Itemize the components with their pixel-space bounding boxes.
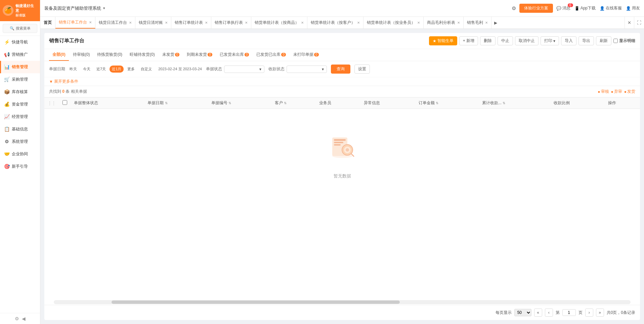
page-label: 第 [556, 310, 560, 316]
tab-close-sales-exec[interactable]: ✕ [245, 21, 248, 25]
export-button[interactable]: 导出 [578, 36, 594, 45]
base-info-icon: 📋 [4, 126, 10, 132]
user-button[interactable]: 👤 用友 [626, 5, 640, 11]
cancel-stop-button[interactable]: 取消中止 [515, 36, 539, 45]
sidebar-item-sales[interactable]: 📊 销售管理 [0, 61, 40, 73]
sort-date-icon[interactable]: ⇅ [165, 101, 168, 105]
tab-close-cash-daily[interactable]: ✕ [129, 21, 132, 25]
tab-sale-summary-product[interactable]: 销货单统计表（按商品） ✕ [251, 17, 307, 29]
solution-button[interactable]: 体验行业方案 [519, 4, 553, 13]
status-select[interactable]: ▾ [224, 66, 264, 73]
tab-close-cash-reconcile[interactable]: ✕ [165, 21, 168, 25]
sidebar-item-system[interactable]: ⚙ 系统管理 [0, 135, 40, 148]
tab-close-sales-stats[interactable]: ✕ [205, 21, 208, 25]
add-button[interactable]: + 新增 [459, 36, 478, 45]
subtab-all[interactable]: 全部(0) [49, 49, 69, 61]
tab-margin-analysis[interactable]: 商品毛利分析表 ✕ [424, 17, 464, 29]
sidebar-item-guide[interactable]: 🎯 新手引导 [0, 160, 40, 173]
page-input[interactable] [562, 309, 576, 316]
more-btn[interactable]: 更多 [125, 66, 137, 73]
subtab-shipped-out[interactable]: 已发货已出库0 [253, 49, 289, 61]
sort-customer-icon[interactable]: ⇅ [284, 101, 287, 105]
custom-btn[interactable]: 自定义 [138, 66, 154, 73]
show-detail-checkbox[interactable] [613, 39, 618, 43]
system-dropdown[interactable]: ▾ [103, 6, 105, 10]
sidebar-collapse-icon[interactable]: ◀ [22, 316, 26, 321]
tab-more-button[interactable]: ▶ [491, 17, 500, 29]
subtab-pending-inspect[interactable]: 待拣货验货(0) [94, 49, 126, 61]
sidebar: 🍊 畅捷通好生意 标准版 🔍 搜索菜单 ⚡ 快捷导航 📢 营销推广 📊 销售管理… [0, 0, 40, 324]
sidebar-item-purchase[interactable]: 🛒 采购管理 [0, 73, 40, 86]
not-printed-badge: 0 [314, 53, 319, 56]
sidebar-settings-icon[interactable]: ⚙ [15, 316, 19, 321]
main-area: 装备及固定资产辅助管理系统 ▾ ⚙ 体验行业方案 💬 消息 6 📱 App下载 … [40, 0, 644, 324]
horizontal-scrollbar[interactable] [54, 300, 631, 304]
ship-action-btn[interactable]: ● 发货 [624, 89, 635, 94]
settings-filter-button[interactable]: 设置 [354, 65, 370, 74]
app-download-button[interactable]: 📱 App下载 [574, 5, 596, 11]
sidebar-item-corp[interactable]: 🤝 企业协同 [0, 148, 40, 160]
tab-close-product[interactable]: ✕ [301, 21, 304, 25]
print-button[interactable]: 打印 ▾ [541, 36, 559, 45]
topbar-settings-icon[interactable]: ⚙ [512, 5, 516, 11]
subtab-overdue[interactable]: 到期未发货0 [183, 49, 216, 61]
review-action-btn[interactable]: ● 审核 [598, 89, 609, 94]
delete-button[interactable]: 删除 [480, 36, 496, 45]
tab-sale-summary-staff[interactable]: 销货单统计表（按业务员） ✕ [363, 17, 424, 29]
yesterday-btn[interactable]: 昨天 [67, 66, 79, 73]
sidebar-item-finance[interactable]: 💰 资金管理 [0, 98, 40, 111]
th-drag: ⋮⋮ [44, 97, 59, 109]
online-service-button[interactable]: 👤 在线客服 [600, 5, 622, 11]
subtab-not-shipped[interactable]: 未发货0 [159, 49, 183, 61]
data-table: ⋮⋮ 单据整体状态 单据日期 ⇅ [44, 97, 640, 199]
tabbar: 首页 销售订单工作台 ✕ 钱货日清工作台 ✕ 钱货日清对账 ✕ 销售订单统计表 … [40, 17, 644, 29]
next-page-btn[interactable]: › [585, 309, 593, 317]
tab-close-customer[interactable]: ✕ [357, 21, 360, 25]
sidebar-item-base-info[interactable]: 📋 基础信息 [0, 123, 40, 135]
smart-gen-button[interactable]: ★ 智能生单 [429, 36, 457, 45]
sidebar-item-operations[interactable]: 📈 经营管理 [0, 111, 40, 123]
cancel-review-action-btn[interactable]: ● 弃审 [611, 89, 622, 94]
payment-select[interactable]: ▾ [287, 66, 327, 73]
search-menu-button[interactable]: 🔍 搜索菜单 [3, 24, 37, 33]
sort-received-icon[interactable]: ⇅ [503, 101, 505, 105]
tab-close-all-button[interactable]: ✕ [625, 17, 634, 29]
week-btn[interactable]: 近7天 [94, 66, 108, 73]
tab-sale-profit[interactable]: 销售毛利 ✕ [464, 17, 491, 29]
message-button[interactable]: 💬 消息 6 [556, 5, 570, 11]
tab-sales-exec[interactable]: 销售订单执行表 ✕ [211, 17, 251, 29]
select-all-checkbox[interactable] [62, 100, 67, 105]
sidebar-item-quick-nav[interactable]: ⚡ 快捷导航 [0, 36, 40, 48]
show-detail-label[interactable]: 显示明细 [613, 38, 635, 44]
month-btn[interactable]: 近1月 [110, 66, 124, 73]
tab-sales-stats[interactable]: 销售订单统计表 ✕ [171, 17, 211, 29]
sort-amount-icon[interactable]: ⇅ [436, 101, 438, 105]
stop-button[interactable]: 中止 [498, 36, 513, 45]
sidebar-item-marketing[interactable]: 📢 营销推广 [0, 48, 40, 61]
tab-close-profit[interactable]: ✕ [485, 21, 488, 25]
tab-close-margin[interactable]: ✕ [457, 21, 460, 25]
prev-page-btn[interactable]: ‹ [545, 309, 553, 317]
tab-cash-reconcile[interactable]: 钱货日清对账 ✕ [135, 17, 171, 29]
query-button[interactable]: 查询 [331, 65, 350, 74]
subtab-pending-review[interactable]: 待审核(0) [70, 49, 93, 61]
tab-cash-daily[interactable]: 钱货日清工作台 ✕ [95, 17, 135, 29]
sidebar-item-inventory[interactable]: 📦 库存核算 [0, 86, 40, 98]
first-page-btn[interactable]: « [534, 309, 542, 317]
expand-conditions-btn[interactable]: ▼ 展开更多条件 [49, 79, 635, 84]
subtab-not-printed[interactable]: 未打印单据0 [290, 49, 322, 61]
tab-close-sales-order[interactable]: ✕ [89, 21, 92, 24]
tab-close-staff[interactable]: ✕ [417, 21, 420, 25]
import-button[interactable]: 导入 [561, 36, 576, 45]
subtab-wangpu-deliver[interactable]: 旺铺待发货(0) [126, 49, 158, 61]
sort-code-icon[interactable]: ⇅ [228, 101, 231, 105]
tab-maximize-button[interactable]: ⛶ [634, 17, 644, 29]
tab-home[interactable]: 首页 [40, 17, 55, 29]
subtab-shipped-not-out[interactable]: 已发货未出库0 [216, 49, 253, 61]
tab-sale-summary-customer[interactable]: 销货单统计表（按客户） ✕ [307, 17, 363, 29]
today-btn[interactable]: 今天 [81, 66, 93, 73]
page-size-select[interactable]: 50 100 200 [514, 309, 531, 316]
refresh-button[interactable]: 刷新 [596, 36, 611, 45]
last-page-btn[interactable]: » [596, 309, 604, 317]
tab-sales-order[interactable]: 销售订单工作台 ✕ [55, 17, 95, 29]
